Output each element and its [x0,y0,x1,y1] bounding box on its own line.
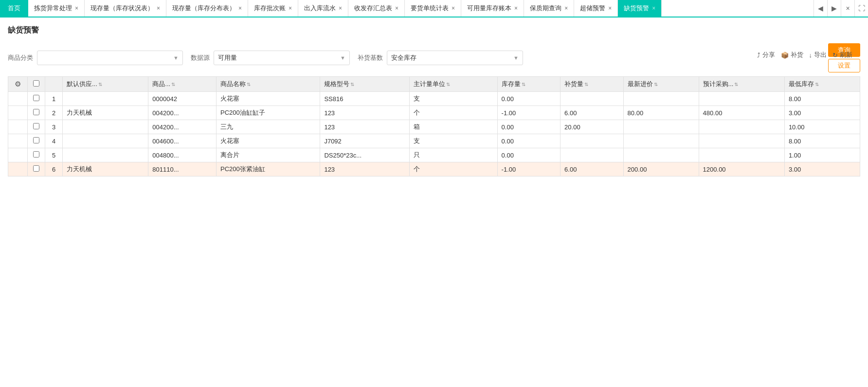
tab-close-batch-account[interactable]: × [289,5,292,12]
cell-spec: J7092 [320,134,410,148]
tab-inventory-status[interactable]: 现存量（库存状况表）× [85,0,166,17]
col-min-stock[interactable]: 最低库存⇅ [784,77,860,92]
col-product-code[interactable]: 商品...⇅ [148,77,217,92]
tab-available-ledger[interactable]: 可用量库存账本× [461,0,524,17]
cell-latest-price: 200.00 [623,162,699,176]
tab-overstock-warning[interactable]: 超储预警× [574,0,618,17]
cell-checkbox[interactable] [28,162,45,176]
replenish-button[interactable]: 📦 补货 [781,51,803,59]
col-latest-price[interactable]: 最新进价⇅ [623,77,699,92]
cell-checkbox[interactable] [28,120,45,134]
select-all-checkbox[interactable] [33,80,39,87]
data-source-label: 数据源 [191,53,210,62]
cell-latest-price [623,148,699,162]
tab-expiry-query[interactable]: 保质期查询× [524,0,574,17]
cell-checkbox[interactable] [28,92,45,106]
cell-min-stock: 1.00 [784,148,860,162]
cell-product-name: 三九 [217,120,320,134]
tab-receipt-summary[interactable]: 收发存汇总表× [348,0,405,17]
tab-defect-handling[interactable]: 拣货异常处理× [28,0,85,17]
row-checkbox[interactable] [33,95,39,101]
replenish-base-select[interactable]: 安全库存 ▼ [387,51,523,65]
col-spec[interactable]: 规格型号⇅ [320,77,410,92]
col-checkbox[interactable] [28,77,45,92]
refresh-button[interactable]: ↻ 刷新 [832,51,852,59]
gear-icon[interactable]: ⚙ [15,80,21,88]
filter-data-source-group: 数据源 可用量 ▼ [191,51,350,65]
cell-product-name: 火花塞 [217,134,320,148]
tab-fullscreen-button[interactable]: ⛶ [854,0,868,17]
table-row: 5004800...离合片DS250*23c...只0.001.00 [8,148,860,162]
cell-product-code: 004600... [148,134,217,148]
row-checkbox[interactable] [33,165,39,172]
col-product-name[interactable]: 商品名称⇅ [217,77,320,92]
table-header: ⚙ 默认供应...⇅ 商品...⇅ 商品名称⇅ [8,77,860,92]
cell-estimated-purchase [699,134,784,148]
cell-replenish-qty: 6.00 [561,162,624,176]
cell-product-code: 801110... [148,162,217,176]
tab-next-button[interactable]: ▶ [827,0,841,17]
tab-close-available-ledger[interactable]: × [514,5,518,12]
table-row: 2力天机械004200...PC200油缸缸子123个-1.006.0080.0… [8,106,860,120]
col-stock-qty[interactable]: 库存量⇅ [497,77,561,92]
sort-estimated-icon: ⇅ [734,82,738,87]
col-estimated-purchase[interactable]: 预计采购...⇅ [699,77,784,92]
tab-close-defect-handling[interactable]: × [75,5,78,12]
tab-close-inventory-status[interactable]: × [157,5,160,12]
cell-spec: DS250*23c... [320,148,410,162]
col-default-supplier[interactable]: 默认供应...⇅ [63,77,148,92]
tab-prev-button[interactable]: ◀ [814,0,827,17]
cell-checkbox[interactable] [28,134,45,148]
tab-close-expiry-query[interactable]: × [564,5,568,12]
cell-latest-price [623,92,699,106]
tab-inventory-dist[interactable]: 现存量（库存分布表）× [166,0,248,17]
tab-shortage-warning[interactable]: 缺货预警× [618,0,662,17]
product-category-select[interactable]: ▼ [37,51,183,65]
tab-close-overstock-warning[interactable]: × [608,5,612,12]
cell-unit: 个 [410,162,498,176]
cell-spec: 123 [320,120,410,134]
cell-product-code: 004200... [148,120,217,134]
tab-close-button[interactable]: × [841,0,854,17]
export-button[interactable]: ↓ 导出 [809,51,827,59]
cell-settings [8,106,28,120]
replenish-label: 补货 [791,51,803,59]
page-content: 缺货预警 ⤴ 分享 📦 补货 ↓ 导出 ↻ 刷新 商品分类 [0,18,868,387]
col-replenish-qty[interactable]: 补货量⇅ [561,77,624,92]
cell-replenish-qty: 6.00 [561,106,624,120]
tab-batch-account[interactable]: 库存批次账× [248,0,298,17]
row-checkbox[interactable] [33,137,39,143]
tab-in-out-flow[interactable]: 出入库流水× [298,0,348,17]
table-body: 10000042火花塞SS816支0.008.002力天机械004200...P… [8,92,860,176]
cell-product-code: 0000042 [148,92,217,106]
tab-close-receipt-summary[interactable]: × [395,5,398,12]
cell-checkbox[interactable] [28,148,45,162]
tab-home[interactable]: 首页 [0,0,28,17]
tab-close-shortage-warning[interactable]: × [652,5,655,12]
cell-unit: 只 [410,148,498,162]
tab-close-inventory-dist[interactable]: × [238,5,242,12]
sort-stock-qty-icon: ⇅ [522,82,525,87]
cell-supplier [63,148,148,162]
cell-settings [8,120,28,134]
filter-row: 商品分类 ▼ 数据源 可用量 ▼ 补货基数 安全库存 ▼ [8,43,860,72]
cell-latest-price [623,134,699,148]
cell-product-name: PC200油缸缸子 [217,106,320,120]
tab-close-in-out-flow[interactable]: × [339,5,342,12]
col-settings[interactable]: ⚙ [8,77,28,92]
cell-product-name: PC200张紧油缸 [217,162,320,176]
row-checkbox[interactable] [33,151,39,158]
tab-demand-stats[interactable]: 要货单统计表× [405,0,461,17]
row-checkbox[interactable] [33,123,39,129]
share-button[interactable]: ⤴ 分享 [757,51,775,59]
tab-close-demand-stats[interactable]: × [452,5,455,12]
cell-checkbox[interactable] [28,106,45,120]
settings-button[interactable]: 设置 [828,59,860,72]
data-source-select[interactable]: 可用量 ▼ [214,51,350,65]
cell-product-code: 004200... [148,106,217,120]
row-checkbox[interactable] [33,109,39,115]
filter-product-category-group: 商品分类 ▼ [8,51,183,65]
sort-unit-icon: ⇅ [446,82,450,87]
cell-min-stock: 10.00 [784,120,860,134]
col-unit[interactable]: 主计量单位⇅ [410,77,498,92]
